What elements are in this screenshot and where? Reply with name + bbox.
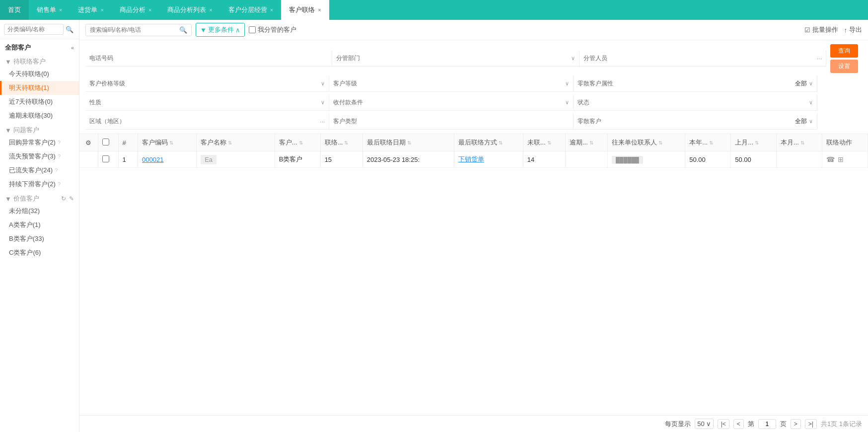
sidebar-item-churn-warning[interactable]: 流失预警客户(3) ?: [0, 149, 79, 163]
sidebar-group-problem[interactable]: ▼ 问题客户: [0, 123, 79, 136]
filter-select-nature[interactable]: ∨: [133, 99, 325, 106]
first-page-button[interactable]: |<: [718, 419, 729, 429]
grid-icon[interactable]: ⊞: [838, 155, 844, 163]
toolbar: 🔍 ▼ 更多条件 ∧ 我分管的客户 ☑ 批量操作 ↑ 导出: [79, 20, 868, 40]
sidebar-item-churned[interactable]: 已流失客户(24) ?: [0, 163, 79, 177]
help-icon[interactable]: ?: [58, 140, 61, 145]
filter-cell-retail-customer: 零散客户 全部 ∨: [574, 114, 817, 130]
settings-button[interactable]: 设置: [830, 60, 858, 73]
my-customers-checkbox-area[interactable]: 我分管的客户: [249, 25, 296, 34]
search-icon[interactable]: 🔍: [66, 26, 73, 33]
nav-item-sales[interactable]: 销售单 ×: [29, 0, 70, 20]
table-col-last-month[interactable]: 上月... ⇅: [731, 134, 777, 151]
sidebar-search-input[interactable]: [4, 24, 64, 35]
row-last-contact-method[interactable]: 下销货单: [454, 151, 523, 168]
sidebar-item-ungrouped[interactable]: 未分组(32): [0, 204, 79, 218]
table-settings-header[interactable]: ⚙: [79, 134, 98, 151]
close-icon[interactable]: ×: [270, 7, 273, 13]
filter-select-region[interactable]: ···: [133, 118, 325, 125]
search-input[interactable]: [90, 26, 179, 33]
filter-select-payment[interactable]: ∨: [377, 99, 569, 106]
close-icon[interactable]: ×: [148, 7, 151, 13]
batch-operation-button[interactable]: ☑ 批量操作: [804, 25, 838, 34]
filter-more-button[interactable]: ▼ 更多条件 ∧: [196, 23, 245, 37]
page-number-input[interactable]: [758, 419, 776, 429]
page-size-select[interactable]: 50 ∨: [695, 419, 713, 429]
next-page-button[interactable]: >: [791, 419, 801, 429]
query-button[interactable]: 查询: [830, 44, 858, 58]
sidebar-item-class-b[interactable]: B类客户(33): [0, 232, 79, 246]
filter-select-retail-attr[interactable]: 全部 ∨: [621, 79, 813, 88]
help-icon[interactable]: ?: [55, 167, 58, 173]
sort-icon: ⇅: [800, 140, 804, 145]
filter-select-manager[interactable]: ···: [627, 55, 822, 62]
edit-icon[interactable]: ✎: [69, 195, 74, 202]
table-col-this-year[interactable]: 本年... ⇅: [685, 134, 731, 151]
sidebar-item-tomorrow-pending[interactable]: 明天待联络(1): [0, 81, 79, 95]
table-col-code[interactable]: 客户编码 ⇅: [138, 134, 197, 151]
sort-icon: ⇅: [169, 140, 173, 145]
sidebar-item-class-c[interactable]: C类客户(6): [0, 246, 79, 260]
refresh-icon[interactable]: ↻: [61, 195, 66, 202]
table-col-contacts[interactable]: 联络... ⇅: [320, 134, 362, 151]
export-button[interactable]: ↑ 导出: [844, 25, 863, 34]
all-customers-header[interactable]: 全部客户 «: [0, 39, 79, 54]
row-checkbox[interactable]: [102, 155, 109, 162]
sidebar-item-overdue-contact[interactable]: 逾期未联络(30): [0, 109, 79, 123]
sidebar-item-repurchase-abnormal[interactable]: 回购异常客户(2) ?: [0, 136, 79, 149]
sidebar-group-value[interactable]: ▼ 价值客户 ↻ ✎: [0, 191, 79, 204]
sidebar-item-today-pending[interactable]: 今天待联络(0): [0, 67, 79, 81]
chevron-down-icon: ∨: [809, 118, 813, 125]
more-icon[interactable]: ···: [817, 55, 822, 62]
filter-cell-region: 区域（地区） ···: [85, 114, 329, 130]
filter-input-phone[interactable]: [133, 55, 328, 62]
phone-icon[interactable]: ☎: [826, 155, 835, 163]
close-icon[interactable]: ×: [59, 7, 62, 13]
all-customers-label: 全部客户: [5, 43, 31, 52]
close-icon[interactable]: ×: [318, 7, 321, 13]
help-icon[interactable]: ?: [58, 181, 61, 187]
nav-item-customer-tier[interactable]: 客户分层经营 ×: [220, 0, 281, 20]
sidebar-item-7days-pending[interactable]: 近7天待联络(0): [0, 95, 79, 109]
row-checkbox-cell[interactable]: [98, 151, 118, 168]
table-col-last-method[interactable]: 最后联络方式 ⇅: [454, 134, 523, 151]
table-col-this-month[interactable]: 本月... ⇅: [777, 134, 822, 151]
sidebar-group-pending[interactable]: ▼ 待联络客户: [0, 54, 79, 67]
search-icon[interactable]: 🔍: [179, 26, 187, 34]
sidebar-item-declining[interactable]: 持续下滑客户(2) ?: [0, 177, 79, 191]
nav-item-purchase[interactable]: 进货单 ×: [70, 0, 111, 20]
table-checkbox-header[interactable]: [98, 134, 118, 151]
more-icon[interactable]: ···: [320, 118, 325, 125]
nav-item-analysis-list[interactable]: 商品分析列表 ×: [159, 0, 220, 20]
table-col-last-date[interactable]: 最后联络日期 ⇅: [362, 134, 454, 151]
filter-action-buttons: 查询 设置: [826, 44, 862, 73]
nav-item-customer-contact[interactable]: 客户联络 ×: [281, 0, 329, 20]
filter-select-retail-customer[interactable]: 全部 ∨: [621, 117, 813, 126]
table-col-no-contact[interactable]: 未联... ⇅: [523, 134, 565, 151]
close-icon[interactable]: ×: [209, 7, 212, 13]
row-code[interactable]: 000021: [138, 151, 197, 168]
sidebar-item-class-a[interactable]: A类客户(1): [0, 218, 79, 232]
help-icon[interactable]: ?: [58, 153, 61, 159]
filter-select-dept[interactable]: ∨: [380, 55, 575, 62]
filter-select-status[interactable]: ∨: [621, 99, 813, 106]
filter-row-2: 客户价格等级 ∨ 客户等级 ∨ 零散客户属性 全部 ∨: [85, 76, 862, 92]
select-all-checkbox[interactable]: [102, 139, 109, 145]
filter-select-price-level[interactable]: ∨: [133, 80, 325, 87]
table-col-type[interactable]: 客户... ⇅: [275, 134, 320, 151]
data-table-area: ⚙ # 客户编码 ⇅: [79, 134, 868, 415]
nav-item-home[interactable]: 首页: [0, 0, 29, 20]
table-col-name[interactable]: 客户名称 ⇅: [197, 134, 275, 151]
my-customers-checkbox[interactable]: [249, 26, 256, 33]
filter-select-customer-level[interactable]: ∨: [377, 80, 569, 87]
nav-item-analysis[interactable]: 商品分析 ×: [112, 0, 159, 20]
close-icon[interactable]: ×: [100, 7, 103, 13]
prev-page-button[interactable]: <: [733, 419, 744, 429]
content-area: 🔍 ▼ 更多条件 ∧ 我分管的客户 ☑ 批量操作 ↑ 导出: [79, 20, 868, 432]
last-page-button[interactable]: >|: [805, 419, 817, 429]
table-col-contact-person[interactable]: 往来单位联系人 ⇅: [608, 134, 685, 151]
filter-label-retail-attr: 零散客户属性: [578, 79, 617, 88]
row-this-year: 50.00: [685, 151, 731, 168]
collapse-icon[interactable]: «: [71, 45, 74, 51]
table-col-overdue[interactable]: 逾期... ⇅: [565, 134, 607, 151]
